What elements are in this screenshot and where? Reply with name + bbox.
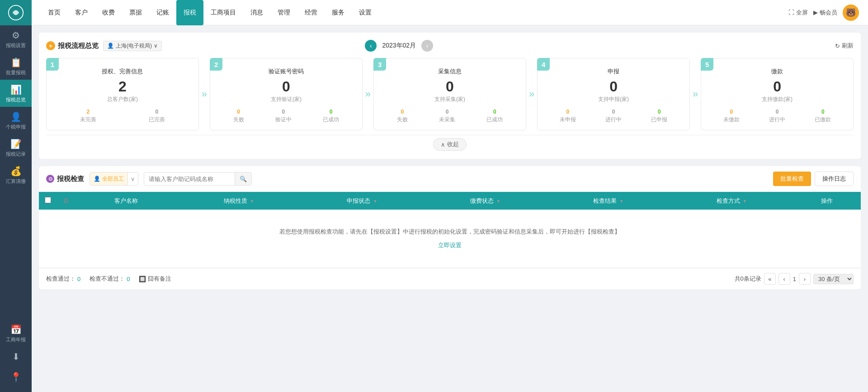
avatar[interactable]: 🐻	[843, 5, 859, 21]
location-person-icon: 👤	[107, 43, 114, 49]
search-box: 🔍	[144, 172, 252, 186]
sidebar-item-location[interactable]: 📍	[0, 367, 32, 387]
fail-count[interactable]: 0	[127, 276, 130, 282]
nav-item-tax[interactable]: 报税	[176, 0, 203, 25]
download-icon: ⬇	[12, 351, 20, 362]
next-page-button[interactable]: ›	[799, 273, 811, 285]
flow-step-3: 3 采集信息 0 支持采集(家) 0 失败 0 未采集	[373, 58, 526, 130]
prev-page-button[interactable]: ‹	[778, 273, 790, 285]
nav-item-messages[interactable]: 消息	[243, 0, 270, 25]
sidebar-bottom: 📅 工商年报 ⬇ 📍	[0, 320, 32, 392]
arrow-3: »	[526, 58, 537, 130]
nav-item-accounting[interactable]: 记账	[149, 0, 176, 25]
staff-dropdown-button[interactable]: ∨	[128, 176, 138, 182]
sidebar-item-label: 工商年报	[6, 336, 26, 343]
operation-log-button[interactable]: 操作日志	[815, 172, 854, 186]
stat-item: 0 已成功	[323, 109, 339, 124]
sidebar-item-label: 汇算清缴	[6, 178, 26, 185]
refresh-button[interactable]: ↻ 刷新	[835, 42, 854, 50]
sidebar-item-batch-tax[interactable]: 📋 批量报税	[0, 53, 32, 80]
stat-item: 0 已缴款	[815, 109, 831, 124]
step-stats-3: 0 失败 0 未采集 0 已成功	[381, 109, 519, 124]
step-title-3: 采集信息	[381, 67, 519, 76]
tax-settings-icon: ⚙	[12, 30, 20, 41]
select-all-checkbox[interactable]	[45, 197, 51, 203]
pass-count[interactable]: 0	[77, 276, 80, 282]
stat-item: 0 失败	[397, 109, 408, 124]
total-records: 共0条记录	[735, 275, 761, 283]
step-sub-3: 支持采集(家)	[381, 96, 519, 103]
step-num-1: 1	[46, 58, 59, 71]
refresh-icon: ↻	[835, 43, 840, 49]
step-count-2: 0	[217, 79, 355, 94]
step-stats-1: 2 未完善 0 已完善	[54, 109, 191, 124]
filter-icon: ▼	[619, 199, 624, 204]
column-settings-icon[interactable]: ⚙	[63, 197, 69, 205]
search-input[interactable]	[144, 176, 235, 182]
sidebar-item-tax-overview[interactable]: 📊 报税总览	[0, 80, 32, 107]
collapse-icon: ∧	[441, 141, 445, 148]
fullscreen-button[interactable]: ⛶ 全屏	[788, 9, 808, 17]
fullscreen-icon: ⛶	[788, 9, 794, 16]
nav-item-operations[interactable]: 经营	[297, 0, 325, 25]
setup-link[interactable]: 立即设置	[438, 242, 462, 249]
member-button[interactable]: ▶ 畅会员	[813, 9, 837, 17]
prev-month-button[interactable]: ‹	[365, 40, 377, 52]
search-button[interactable]: 🔍	[235, 172, 251, 185]
flow-steps: 1 授权、完善信息 2 总客户数(家) 2 未完善 0 已完善	[46, 58, 854, 130]
personal-report-icon: 👤	[10, 111, 22, 122]
sidebar-item-label: 个税申报	[6, 124, 26, 130]
step-num-5: 5	[701, 58, 713, 71]
batch-tax-icon: 📋	[10, 57, 22, 68]
stat-item: 0 已完善	[149, 109, 165, 124]
step-stats-2: 0 失败 0 验证中 0 已成功	[217, 109, 355, 124]
collapse-button[interactable]: ∧ 收起	[433, 138, 467, 151]
flow-title: + 报税流程总览	[46, 41, 99, 50]
th-fee-status: 缴费状态 ▼	[424, 192, 547, 210]
topnav: 首页 客户 收费 票据 记账 报税 工商项目 消息 管理 经营 服务 设置 ⛶ …	[32, 0, 868, 25]
location-selector[interactable]: 👤 上海(电子税局) ∨	[103, 41, 162, 51]
nav-item-business[interactable]: 工商项目	[203, 0, 243, 25]
sidebar-item-tax-settings[interactable]: ⚙ 报税设置	[0, 25, 32, 53]
collapse-row: ∧ 收起	[46, 135, 854, 152]
month-nav: ‹ 2023年02月 ›	[365, 40, 433, 52]
step-count-5: 0	[708, 79, 846, 94]
batch-check-button[interactable]: 批量检查	[773, 172, 811, 186]
play-icon: ▶	[813, 9, 818, 16]
step-title-1: 授权、完善信息	[54, 67, 191, 76]
sidebar-item-annual-report[interactable]: 📅 工商年报	[0, 320, 32, 347]
staff-selector[interactable]: 👤 全部员工 ∨	[90, 172, 138, 186]
nav-item-home[interactable]: 首页	[41, 0, 68, 25]
main-wrapper: 首页 客户 收费 票据 记账 报税 工商项目 消息 管理 经营 服务 设置 ⛶ …	[32, 0, 868, 392]
sidebar-item-clearing[interactable]: 💰 汇算清缴	[0, 161, 32, 188]
step-count-4: 0	[545, 79, 682, 94]
next-month-button[interactable]: ›	[421, 40, 433, 52]
filter-icon: ▼	[373, 199, 377, 204]
pass-stat: 检查通过： 0	[46, 275, 80, 283]
first-page-button[interactable]: «	[764, 273, 776, 285]
tax-overview-icon: 📊	[10, 84, 22, 95]
pagination: 共0条记录 « ‹ 1 › 30 条/页 50 条/页 100 条/页	[735, 273, 854, 285]
nav-item-service[interactable]: 服务	[325, 0, 352, 25]
step-sub-5: 支持缴款(家)	[708, 96, 846, 103]
empty-tip-text: 若您想使用报税检查功能，请先在【报税设置】中进行报税的初始化设置，完成密码验证和…	[39, 228, 861, 236]
th-checkbox	[39, 192, 57, 210]
nav-item-management[interactable]: 管理	[270, 0, 297, 25]
sidebar-item-download[interactable]: ⬇	[0, 347, 32, 367]
current-month: 2023年02月	[382, 42, 416, 50]
step-title-4: 申报	[545, 67, 682, 76]
page-size-select[interactable]: 30 条/页 50 条/页 100 条/页	[813, 274, 854, 284]
sidebar-item-personal-report[interactable]: 👤 个税申报	[0, 107, 32, 134]
flow-step-4: 4 申报 0 支持申报(家) 0 未申报 0 进行中	[537, 58, 690, 130]
stat-item: 0 进行中	[769, 109, 785, 124]
flow-overview-card: + 报税流程总览 👤 上海(电子税局) ∨ ‹ 2023年02月 › ↻ 刷新	[39, 33, 861, 159]
arrow-4: »	[690, 58, 701, 130]
nav-item-settings[interactable]: 设置	[352, 0, 379, 25]
nav-item-fees[interactable]: 收费	[95, 0, 122, 25]
nav-item-clients[interactable]: 客户	[68, 0, 95, 25]
nav-menu: 首页 客户 收费 票据 记账 报税 工商项目 消息 管理 经营 服务 设置	[41, 0, 788, 25]
sidebar-item-tax-record[interactable]: 📝 报税记录	[0, 134, 32, 161]
step-num-2: 2	[210, 58, 222, 71]
nav-item-invoices[interactable]: 票据	[122, 0, 149, 25]
flow-card-header: + 报税流程总览 👤 上海(电子税局) ∨ ‹ 2023年02月 › ↻ 刷新	[46, 40, 854, 52]
